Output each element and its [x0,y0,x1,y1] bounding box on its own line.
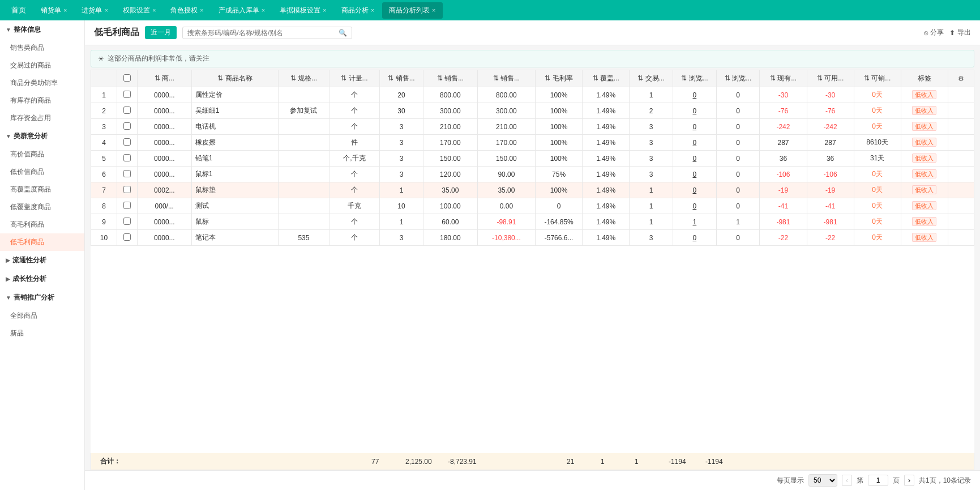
row-checkbox[interactable] [123,106,131,114]
cell-num: 5 [91,151,117,167]
row-checkbox[interactable] [123,186,131,193]
cell-view1[interactable]: 0 [673,167,716,182]
prev-page-button[interactable]: ‹ [842,475,852,486]
sidebar-item-traded-products[interactable]: 交易过的商品 [0,57,84,74]
nav-purchase-order[interactable]: 进货单× [75,2,114,19]
sidebar-group-marketing[interactable]: ▼ 营销推广分析 [0,288,84,307]
cell-view2: 0 [716,167,760,182]
cell-actions [948,151,974,167]
table-row: 4 0000... 橡皮擦 件 3 170.00 170.00 100% 1.4… [91,135,974,151]
cell-view1[interactable]: 0 [673,87,716,103]
nav-permission-settings[interactable]: 权限设置× [116,2,162,19]
sidebar-group-cluster[interactable]: ▼ 类群意分析 [0,127,84,146]
cell-view1[interactable]: 0 [673,135,716,151]
cell-check[interactable] [117,103,138,119]
sidebar-item-category-rate[interactable]: 商品分类助销率 [0,74,84,92]
cell-stock2: -22 [807,230,854,246]
cell-actions [948,214,974,230]
cell-view1[interactable]: 0 [673,182,716,198]
next-page-button[interactable]: › [904,475,914,486]
cell-code: 0000... [137,135,191,151]
nav-product-storage[interactable]: 产成品入库单× [212,2,272,19]
data-table-wrapper[interactable]: ⇅ 商... ⇅ 商品名称 ⇅ 规格... ⇅ 计量... ⇅ 销售... [91,70,974,453]
cell-check[interactable] [117,198,138,214]
cell-view2: 0 [716,198,760,214]
row-checkbox[interactable] [123,138,131,146]
sidebar-group-growth[interactable]: ▶ 成长性分析 [0,270,84,288]
cell-check[interactable] [117,214,138,230]
sort-icon: ⇅ [155,74,160,82]
cell-num: 9 [91,214,117,230]
cell-unit: 千克 [329,198,380,214]
nav-product-analysis-list[interactable]: 商品分析列表× [382,2,442,19]
cell-check[interactable] [117,87,138,103]
cell-check[interactable] [117,230,138,246]
cell-check[interactable] [117,182,138,198]
search-container: 🔍 [182,27,352,39]
sidebar-item-high-value[interactable]: 高价值商品 [0,146,84,163]
cell-view1[interactable]: 0 [673,230,716,246]
sidebar-group-overall[interactable]: ▼ 整体信息 [0,20,84,39]
page-size-select[interactable]: 50 100 200 [808,474,837,487]
cell-sales-qty: 1 [380,182,423,198]
cell-code: 000/... [137,198,191,214]
sidebar-item-low-coverage[interactable]: 低覆盖度商品 [0,198,84,216]
sort-icon: ⇅ [864,74,870,82]
time-filter-button[interactable]: 近一月 [145,26,177,39]
page-number-input[interactable] [868,475,888,486]
cell-view1[interactable]: 0 [673,151,716,167]
cell-check[interactable] [117,135,138,151]
cell-tag: 低收入 [901,135,948,151]
sidebar-item-low-margin[interactable]: 低毛利商品 [0,233,84,251]
search-icon[interactable]: 🔍 [339,29,347,37]
cell-sales-profit: 90.00 [477,167,535,182]
sidebar-group-liquidity[interactable]: ▶ 流通性分析 [0,251,84,270]
cell-coverage: 1.49% [583,151,630,167]
search-input[interactable] [187,29,339,37]
sidebar-item-low-value[interactable]: 低价值商品 [0,163,84,181]
row-checkbox[interactable] [123,233,131,241]
row-checkbox[interactable] [123,154,131,161]
nav-product-analysis[interactable]: 商品分析× [335,2,381,19]
sidebar-item-sales-products[interactable]: 销售类商品 [0,39,84,57]
cell-view1[interactable]: 0 [673,198,716,214]
share-icon: ⎋ [924,29,928,37]
nav-sales-order[interactable]: 销货单× [34,2,74,19]
sort-icon: ⇅ [770,74,776,82]
row-checkbox[interactable] [123,91,131,98]
row-checkbox[interactable] [123,218,131,225]
cell-sales-profit: 150.00 [477,151,535,167]
row-checkbox[interactable] [123,202,131,209]
row-checkbox[interactable] [123,170,131,177]
page-size-label: 每页显示 [777,476,804,485]
cell-sellable: 0天 [854,182,901,198]
cell-view1[interactable]: 0 [673,103,716,119]
cell-view1[interactable]: 1 [673,214,716,230]
sidebar-item-in-stock[interactable]: 有库存的商品 [0,92,84,109]
cell-check[interactable] [117,119,138,135]
sidebar-item-high-coverage[interactable]: 高覆盖度商品 [0,181,84,198]
select-all-checkbox[interactable] [123,74,131,82]
cell-check[interactable] [117,167,138,182]
cell-spec [279,198,329,214]
sidebar-item-new-products[interactable]: 新品 [0,325,84,342]
col-header-settings[interactable]: ⚙ [948,70,974,87]
cell-view1[interactable]: 0 [673,119,716,135]
footer-sales-price: 2,125.00 [405,458,448,466]
share-button[interactable]: ⎋ 分享 [924,28,944,37]
export-button[interactable]: ⬆ 导出 [949,28,971,37]
cell-spec [279,119,329,135]
page-header: 低毛利商品 近一月 🔍 ⎋ 分享 ⬆ 导出 [85,20,980,45]
cell-view2: 0 [716,103,760,119]
col-header-check[interactable] [117,70,138,87]
nav-role-auth[interactable]: 角色授权× [164,2,210,19]
row-checkbox[interactable] [123,122,131,130]
nav-home[interactable]: 首页 [5,2,33,19]
nav-template-settings[interactable]: 单据模板设置× [273,2,333,19]
sidebar-item-stock-funds[interactable]: 库存资金占用 [0,109,84,127]
cell-unit: 个 [329,167,380,182]
chevron-right-icon: ▶ [6,276,10,282]
sidebar-item-high-margin[interactable]: 高毛利商品 [0,216,84,233]
sidebar-item-all-products[interactable]: 全部商品 [0,307,84,325]
cell-check[interactable] [117,151,138,167]
